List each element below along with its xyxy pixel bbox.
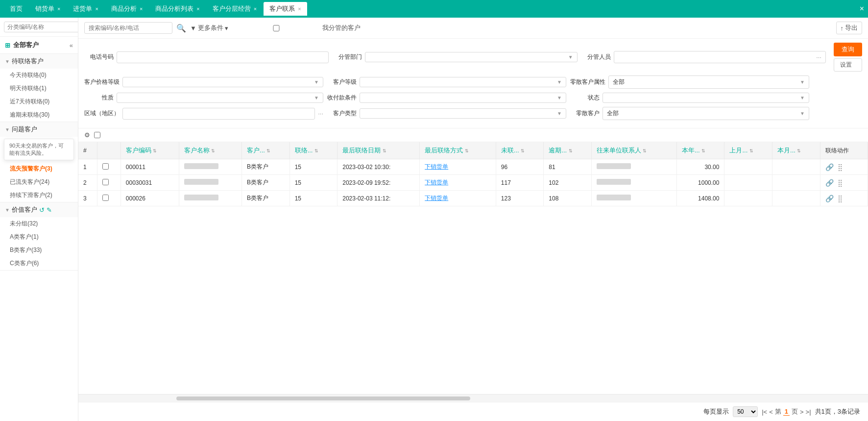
tab-purchase[interactable]: 进货单 × xyxy=(67,2,104,16)
manager-label: 分管人员 xyxy=(581,53,611,61)
sidebar-item-today[interactable]: 今天待联络(0) xyxy=(0,69,78,82)
sidebar-item-ungroup[interactable]: 未分组(32) xyxy=(0,217,78,230)
search-button[interactable]: 🔍 xyxy=(176,24,186,33)
my-customer-checkbox[interactable] xyxy=(232,25,320,31)
row-checkbox-1[interactable] xyxy=(102,179,109,185)
more-conditions-toggle[interactable]: ▼ 更多条件 ▾ xyxy=(190,24,228,32)
customer-level-select[interactable]: ▼ xyxy=(360,77,566,87)
next-page-btn[interactable]: > xyxy=(800,408,804,416)
query-button[interactable]: 查询 xyxy=(834,43,862,56)
close-customer-layer-tab[interactable]: × xyxy=(254,6,257,12)
col-year-amt[interactable]: 本年... ⇅ xyxy=(676,142,724,159)
filter-row-2: 客户价格等级 ▼ 客户等级 ▼ 零散客户属性 全部 xyxy=(84,75,862,89)
sidebar-item-churn-warning[interactable]: 流失预警客户(3) xyxy=(0,162,78,175)
filter-icon: ▼ xyxy=(190,25,196,32)
retail-customer-select[interactable]: 全部 ▼ xyxy=(603,107,809,120)
action-link-icon-2[interactable]: 🔗 xyxy=(825,195,834,202)
tab-home[interactable]: 首页 xyxy=(4,4,28,13)
action-more-icon-0[interactable]: ⣿ xyxy=(838,163,843,171)
col-last-method[interactable]: 最后联络方式 ⇅ xyxy=(420,142,496,159)
close-goods-list-tab[interactable]: × xyxy=(196,6,199,12)
col-name[interactable]: 客户名称 ⇅ xyxy=(179,142,241,159)
phone-input[interactable] xyxy=(117,51,329,63)
sidebar-item-a-class[interactable]: A类客户(1) xyxy=(0,230,78,244)
col-overdue[interactable]: 逾期... ⇅ xyxy=(544,142,592,159)
action-more-icon-1[interactable]: ⣿ xyxy=(838,179,843,187)
sort-icon-type: ⇅ xyxy=(266,149,270,153)
col-contact-num[interactable]: 联络... ⇅ xyxy=(289,142,338,159)
tab-sales[interactable]: 销货单 × xyxy=(29,2,66,16)
customer-type-select[interactable]: ▼ xyxy=(360,108,566,119)
window-close-btn[interactable]: × xyxy=(860,4,864,13)
first-page-btn[interactable]: |< xyxy=(762,408,767,416)
sidebar-item-c-class[interactable]: C类客户(6) xyxy=(0,257,78,270)
filter-customer-type: 客户类型 ▼ xyxy=(327,108,566,119)
cell-action: 🔗 ⣿ xyxy=(820,175,868,191)
col-last-date[interactable]: 最后联络日期 ⇅ xyxy=(338,142,420,159)
nature-select[interactable]: ▼ xyxy=(117,93,323,103)
sort-icon-year-amt: ⇅ xyxy=(701,149,705,153)
sort-icon-overdue: ⇅ xyxy=(569,149,573,153)
tab-goods-list[interactable]: 商品分析列表 × xyxy=(149,2,205,16)
row-checkbox-2[interactable] xyxy=(102,195,109,201)
nature-label: 性质 xyxy=(84,94,114,102)
cell-last-method: 下销货单 xyxy=(420,175,496,191)
action-link-icon-1[interactable]: 🔗 xyxy=(825,179,834,187)
region-input[interactable] xyxy=(122,108,315,120)
select-all-checkbox[interactable] xyxy=(94,132,100,138)
sidebar-all-customers-header[interactable]: ⊞ 全部客户 « xyxy=(0,37,78,54)
close-purchase-tab[interactable]: × xyxy=(95,6,98,12)
payment-select[interactable]: ▼ xyxy=(360,93,566,103)
tab-customer-contact[interactable]: 客户联系 × xyxy=(264,2,307,16)
manager-dots[interactable]: ··· xyxy=(816,53,821,61)
payment-chevron-icon: ▼ xyxy=(557,95,562,100)
tab-customer-layer[interactable]: 客户分层经营 × xyxy=(207,2,263,16)
horizontal-scrollbar[interactable] xyxy=(78,394,868,402)
sidebar-section-value-header[interactable]: ▼ 价值客户 ↺ ✎ xyxy=(0,202,78,217)
export-button[interactable]: ↑ 导出 xyxy=(836,22,863,34)
price-level-label: 客户价格等级 xyxy=(84,78,120,86)
cell-year-amt: 1408.00 xyxy=(676,191,724,206)
sidebar-section-pending-header[interactable]: ▼ 待联络客户 xyxy=(0,54,78,69)
close-sales-tab[interactable]: × xyxy=(57,6,60,12)
price-level-select[interactable]: ▼ xyxy=(122,77,323,87)
settings-button[interactable]: 设置 xyxy=(834,58,862,72)
prev-page-btn[interactable]: < xyxy=(769,408,773,416)
status-select[interactable]: ▼ xyxy=(603,93,809,103)
sidebar-search-input[interactable] xyxy=(4,22,78,32)
per-page-select[interactable]: 50 100 200 xyxy=(733,406,758,417)
search-input[interactable] xyxy=(84,22,172,34)
sidebar-item-churned[interactable]: 已流失客户(24) xyxy=(0,175,78,189)
refresh-icon[interactable]: ↺ xyxy=(39,206,45,214)
col-code[interactable]: 客户编码 ⇅ xyxy=(121,142,179,159)
sidebar-item-declining[interactable]: 持续下滑客户(2) xyxy=(0,189,78,202)
sidebar-item-b-class[interactable]: B类客户(33) xyxy=(0,244,78,257)
sidebar-item-7days[interactable]: 近7天待联络(0) xyxy=(0,95,78,108)
col-type[interactable]: 客户... ⇅ xyxy=(242,142,290,159)
last-page-btn[interactable]: >| xyxy=(806,408,811,416)
close-customer-contact-tab[interactable]: × xyxy=(298,6,301,12)
tab-goods-analysis[interactable]: 商品分析 × xyxy=(105,2,148,16)
action-link-icon-0[interactable]: 🔗 xyxy=(825,163,834,171)
dept-select[interactable]: ▼ xyxy=(365,52,577,62)
edit-icon[interactable]: ✎ xyxy=(47,206,52,214)
sidebar-item-tomorrow[interactable]: 明天待联络(1) xyxy=(0,82,78,95)
col-this-month-amt[interactable]: 本月... ⇅ xyxy=(772,142,820,159)
close-goods-analysis-tab[interactable]: × xyxy=(140,6,143,12)
col-contact2[interactable]: 往来单位联系人 ⇅ xyxy=(591,142,676,159)
region-dots[interactable]: ··· xyxy=(318,110,323,117)
sidebar-section-problem-header[interactable]: ▼ 问题客户 xyxy=(0,122,78,137)
collapse-icon[interactable]: « xyxy=(70,42,73,49)
settings-icon[interactable]: ⚙ xyxy=(84,131,90,139)
col-last-month-amt[interactable]: 上月... ⇅ xyxy=(724,142,772,159)
row-checkbox-0[interactable] xyxy=(102,163,109,170)
retail-attr-select[interactable]: 全部 ▼ xyxy=(608,75,809,89)
cell-index: 1 xyxy=(78,159,97,175)
manager-select[interactable]: ··· xyxy=(614,51,826,63)
sidebar-item-overdue-contact[interactable]: 逾期未联络(30) xyxy=(0,108,78,122)
cell-last-month-amt xyxy=(724,191,772,206)
status-chevron-icon: ▼ xyxy=(800,95,805,100)
action-more-icon-2[interactable]: ⣿ xyxy=(838,195,843,202)
advanced-filter-panel: 电话号码 分管部门 ▼ 分管人员 ··· xyxy=(78,39,868,128)
col-not-contact[interactable]: 未联... ⇅ xyxy=(496,142,544,159)
